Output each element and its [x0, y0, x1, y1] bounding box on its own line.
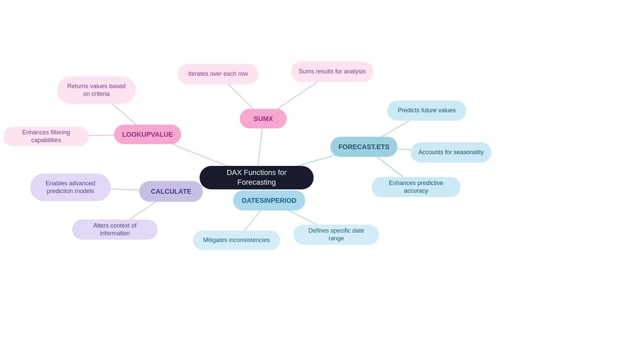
enhances-pred-label: Enhances predictive accuracy	[379, 179, 453, 195]
enhances-filter-label: Enhances filtering capabilities	[11, 129, 82, 144]
predicts-node: Predicts future values	[387, 101, 466, 121]
center-label: DAX Functions for Forecasting	[207, 168, 306, 187]
alters-node: Alters context of information	[72, 220, 158, 240]
alters-label: Alters context of information	[79, 222, 150, 238]
enhances-filter-node: Enhances filtering capabilities	[3, 127, 89, 146]
sums-node: Sums results for analysis	[291, 61, 373, 82]
enhances-pred-node: Enhances predictive accuracy	[372, 177, 461, 197]
predicts-label: Predicts future values	[398, 107, 456, 114]
accounts-node: Accounts for seasonality	[411, 142, 491, 163]
iterates-label: Iterates over each row	[188, 70, 248, 78]
forecast-node: FORECAST.ETS	[330, 137, 397, 157]
mitigates-label: Mitigates inconsistencies	[203, 236, 270, 244]
calculate-label: CALCULATE	[151, 187, 192, 196]
iterates-node: Iterates over each row	[178, 64, 258, 84]
datesinperiod-label: DATESINPERIOD	[242, 196, 297, 205]
calculate-node: CALCULATE	[139, 181, 203, 202]
lookupvalue-node: LOOKUPVALUE	[114, 125, 181, 144]
datesinperiod-node: DATESINPERIOD	[233, 190, 305, 210]
sumx-label: SUMX	[254, 114, 273, 123]
mitigates-node: Mitigates inconsistencies	[193, 231, 280, 250]
forecast-label: FORECAST.ETS	[338, 142, 389, 151]
accounts-label: Accounts for seasonality	[418, 148, 484, 156]
sumx-node: SUMX	[240, 109, 287, 128]
lookupvalue-label: LOOKUPVALUE	[122, 130, 173, 139]
returns-label: Returns values based on criteria	[64, 82, 128, 98]
enables-node: Enables advanced prediction models	[30, 174, 111, 201]
sums-label: Sums results for analysis	[299, 68, 366, 75]
enables-label: Enables advanced prediction models	[38, 180, 103, 195]
returns-node: Returns values based on criteria	[57, 76, 136, 104]
defines-label: Defines specific date range	[301, 227, 372, 243]
defines-node: Defines specific date range	[293, 225, 379, 245]
center-node: DAX Functions for Forecasting	[200, 166, 314, 189]
